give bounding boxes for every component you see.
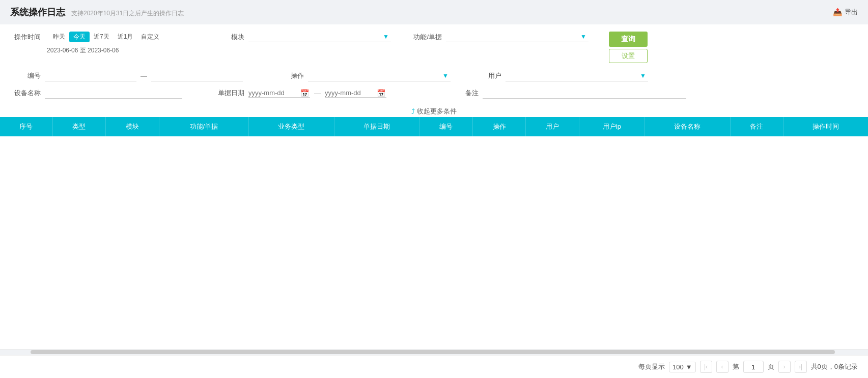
table-col-功能/单据: 功能/单据 — [159, 117, 248, 136]
function-select[interactable]: ▼ — [446, 32, 589, 42]
user-label: 用户 — [471, 71, 501, 80]
code-dash: — — [141, 72, 147, 80]
collapse-row: ⤴ 收起更多条件 — [10, 104, 858, 117]
time-filter-group: 昨天 今天 近7天 近1月 自定义 — [49, 32, 163, 42]
device-label: 设备名称 — [10, 89, 41, 98]
time-date-range: 2023-06-06 至 2023-06-06 — [47, 47, 119, 54]
calendar-start-icon[interactable]: 📅 — [299, 89, 310, 97]
table-col-单据日期: 单据日期 — [334, 117, 419, 136]
operation-label: 操作 — [273, 71, 304, 80]
user-dropdown-icon: ▼ — [640, 72, 646, 79]
time-btn-today[interactable]: 今天 — [69, 32, 90, 42]
per-page-label: 每页显示 — [638, 362, 665, 371]
device-input[interactable] — [45, 88, 182, 99]
code-to-input[interactable] — [151, 70, 243, 81]
data-table: 序号类型模块功能/单据业务类型单据日期编号操作用户用户ip设备名称备注操作时间 — [0, 117, 868, 319]
table-col-操作: 操作 — [472, 117, 525, 136]
table-col-模块: 模块 — [106, 117, 159, 136]
date-end-wrap: 📅 — [325, 89, 386, 98]
filter-section: 操作时间 昨天 今天 近7天 近1月 自定义 2023-06-06 至 2023… — [0, 24, 868, 117]
time-btn-7days[interactable]: 近7天 — [90, 32, 114, 42]
date-dash: — — [314, 90, 321, 97]
pagination: 每页显示 100 ▼ |‹ ‹ 第 页 › ›| 共0页，0条记录 — [0, 355, 868, 378]
table-col-业务类型: 业务类型 — [249, 117, 334, 136]
collapse-icon: ⤴ — [411, 107, 415, 115]
table-col-序号: 序号 — [0, 117, 52, 136]
remark-input[interactable] — [483, 88, 686, 99]
code-from-input[interactable] — [45, 70, 136, 81]
export-button[interactable]: 📤 导出 — [833, 8, 858, 17]
settings-button[interactable]: 设置 — [609, 49, 648, 63]
per-page-value: 100 — [673, 363, 684, 371]
page-title: 系统操作日志 — [10, 6, 65, 18]
time-btn-custom[interactable]: 自定义 — [137, 32, 163, 42]
date-start-wrap: 📅 — [248, 89, 310, 98]
export-label: 导出 — [845, 8, 858, 17]
remark-label: 备注 — [448, 89, 479, 98]
table-col-备注: 备注 — [730, 117, 783, 136]
table-col-用户ip: 用户ip — [579, 117, 645, 136]
calendar-end-icon[interactable]: 📅 — [376, 89, 386, 97]
module-label: 模块 — [214, 33, 244, 42]
horizontal-scrollbar[interactable] — [0, 349, 868, 355]
operation-select[interactable]: ▼ — [308, 71, 451, 81]
time-btn-yesterday[interactable]: 昨天 — [49, 32, 69, 42]
module-select[interactable]: ▼ — [248, 32, 391, 42]
voucher-date-label: 单据日期 — [214, 89, 244, 98]
prev-page-button[interactable]: ‹ — [716, 361, 729, 373]
per-page-select[interactable]: 100 ▼ — [669, 362, 696, 372]
collapse-label: 收起更多条件 — [417, 107, 457, 116]
table-col-操作时间: 操作时间 — [783, 117, 868, 136]
operation-dropdown-icon: ▼ — [442, 72, 449, 79]
total-info: 共0页，0条记录 — [811, 362, 858, 371]
time-btn-1month[interactable]: 近1月 — [114, 32, 137, 42]
table-col-设备名称: 设备名称 — [645, 117, 730, 136]
next-page-button[interactable]: › — [778, 361, 791, 373]
table-col-编号: 编号 — [419, 117, 472, 136]
table-col-用户: 用户 — [526, 117, 579, 136]
page-label: 第 — [733, 362, 739, 371]
page-number-input[interactable] — [743, 361, 764, 373]
last-page-button[interactable]: ›| — [795, 361, 807, 373]
date-end-input[interactable] — [325, 89, 376, 97]
first-page-button[interactable]: |‹ — [700, 361, 712, 373]
date-start-input[interactable] — [248, 89, 299, 97]
time-label: 操作时间 — [10, 33, 41, 42]
page-subtitle: 支持2020年10月31日之后产生的操作日志 — [71, 9, 184, 18]
function-label: 功能/单据 — [411, 33, 442, 42]
scrollbar-thumb — [31, 350, 835, 354]
function-dropdown-icon: ▼ — [580, 33, 586, 40]
user-select[interactable]: ▼ — [506, 71, 648, 81]
page-suffix: 页 — [768, 362, 774, 371]
table-col-类型: 类型 — [52, 117, 105, 136]
data-table-wrapper: 序号类型模块功能/单据业务类型单据日期编号操作用户用户ip设备名称备注操作时间 — [0, 117, 868, 349]
query-button[interactable]: 查询 — [609, 32, 648, 47]
collapse-button[interactable]: ⤴ 收起更多条件 — [411, 107, 457, 116]
table-body — [0, 136, 868, 319]
code-label: 编号 — [10, 71, 41, 80]
table-header-row: 序号类型模块功能/单据业务类型单据日期编号操作用户用户ip设备名称备注操作时间 — [0, 117, 868, 136]
module-dropdown-icon: ▼ — [383, 33, 389, 40]
export-icon: 📤 — [833, 8, 843, 17]
per-page-dropdown-icon: ▼ — [686, 363, 692, 371]
